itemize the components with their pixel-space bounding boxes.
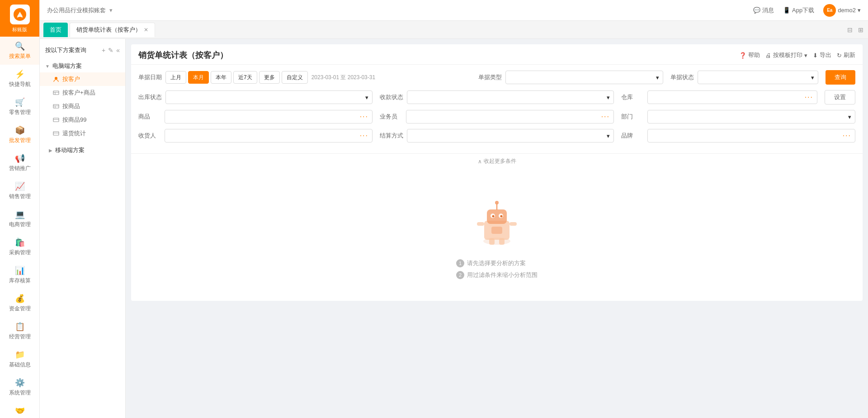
query-button[interactable]: 查询	[826, 70, 855, 85]
panel-collapse-icon[interactable]: «	[116, 47, 120, 54]
sidebar-item-ecommerce[interactable]: 💻 电商管理	[0, 205, 39, 233]
sidebar-item-purchase[interactable]: 🛍️ 采购管理	[0, 233, 39, 261]
warehouse-field: 仓库 ··· 设置	[621, 90, 855, 104]
collect-status-select[interactable]: ▾	[407, 90, 614, 104]
app-download-button[interactable]: 📱 App下载	[783, 6, 814, 14]
window-restore-button[interactable]: ⊟	[846, 26, 854, 33]
sidebar-item-basic[interactable]: 📁 基础信息	[0, 345, 39, 373]
order-type-field: 单据类型 ▾	[478, 71, 663, 84]
sidebar-item-sales[interactable]: 📈 销售管理	[0, 177, 39, 205]
help-button[interactable]: ❓ 帮助	[739, 51, 760, 59]
tab-home-label: 首页	[50, 26, 61, 34]
panel-item-by-customer[interactable]: 按客户	[40, 72, 125, 86]
basic-icon: 📁	[15, 350, 25, 360]
department-dropdown-icon: ▾	[848, 114, 851, 120]
panel-item-by-goods99[interactable]: 按商品99	[40, 113, 125, 127]
panel-item-return-stat[interactable]: 退货统计	[40, 127, 125, 140]
goods-dots[interactable]: ···	[360, 113, 368, 121]
message-button[interactable]: 💬 消息	[753, 6, 774, 14]
warehouse-dots[interactable]: ···	[805, 93, 813, 101]
sidebar-item-finance[interactable]: 💰 资金管理	[0, 289, 39, 317]
sales-icon: 📈	[15, 181, 25, 191]
collect-status-dropdown-icon: ▾	[607, 94, 610, 101]
collect-status-field: 收款状态 ▾	[380, 90, 614, 104]
date-btn-this-year[interactable]: 本年	[211, 71, 231, 84]
order-type-select[interactable]: ▾	[505, 71, 663, 84]
tab-home[interactable]: 首页	[43, 23, 68, 37]
sidebar-item-wholesale[interactable]: 📦 批发管理	[0, 121, 39, 149]
panel-section-pc-header[interactable]: ▼ 电脑端方案	[40, 60, 125, 72]
tip-num-2: 2	[456, 271, 464, 279]
brand-select[interactable]: ···	[647, 129, 855, 142]
receiver-dots[interactable]: ···	[360, 132, 368, 140]
date-btn-more[interactable]: 更多	[259, 71, 280, 84]
tab-close-icon[interactable]: ✕	[144, 27, 148, 33]
department-select[interactable]: ▾	[647, 110, 855, 124]
collapse-bar[interactable]: ∧ 收起更多条件	[131, 153, 863, 169]
template-print-button[interactable]: 🖨 按模板打印 ▾	[765, 51, 807, 59]
order-status-label: 单据状态	[670, 73, 694, 81]
goods-select[interactable]: ···	[165, 110, 373, 124]
salesman-field: 业务员 ···	[380, 110, 614, 124]
user-menu[interactable]: Ea demo2 ▾	[823, 4, 861, 17]
sidebar-item-ecommerce-label: 电商管理	[9, 221, 31, 228]
return-stat-label: 退货统计	[62, 129, 86, 138]
brand-dots[interactable]: ···	[843, 132, 851, 140]
salesman-select[interactable]: ···	[406, 110, 614, 124]
template-print-label: 按模板打印	[773, 51, 802, 59]
order-status-field: 单据状态 ▾ 查询	[670, 70, 855, 85]
sidebar-menu: 🔍 搜索菜单 ⚡ 快捷导航 🛒 零售管理 📦 批发管理 📢 营销推广 📈 销售管…	[0, 37, 39, 418]
warehouse-select[interactable]: ···	[647, 90, 817, 104]
industry-dropdown-icon[interactable]: ▾	[109, 7, 113, 14]
sidebar-item-search[interactable]: 🔍 搜索菜单	[0, 37, 39, 65]
system-icon: ⚙️	[15, 378, 25, 388]
panel-add-icon[interactable]: +	[102, 47, 105, 54]
date-range: 2023-03-01 至 2023-03-31	[311, 74, 375, 81]
sidebar-item-cooperation[interactable]: 🤝 企业协同	[0, 401, 39, 418]
top-header: 办公用品行业模拟账套 ▾ 💬 消息 📱 App下载 Ea demo2 ▾	[40, 0, 868, 21]
tab-sales-stat[interactable]: 销货单统计表（按客户） ✕	[70, 23, 155, 37]
settlement-field: 结算方式 ▾	[380, 129, 614, 142]
sidebar-item-basic-label: 基础信息	[9, 361, 31, 369]
window-maximize-button[interactable]: ⊞	[857, 26, 864, 33]
export-label: 导出	[820, 51, 831, 59]
left-panel: 按以下方案查询 + ✎ « ▼ 电脑端方案	[40, 39, 126, 418]
panel-item-by-goods[interactable]: 按商品	[40, 100, 125, 113]
export-button[interactable]: ⬇ 导出	[813, 51, 831, 59]
department-field: 部门 ▾	[621, 110, 855, 124]
sidebar-item-finance-label: 资金管理	[9, 305, 31, 313]
out-status-select[interactable]: ▾	[165, 90, 373, 104]
settlement-select[interactable]: ▾	[407, 129, 614, 142]
tab-bar: 首页 销货单统计表（按客户） ✕ ⊟ ⊞	[40, 21, 868, 39]
refresh-icon: ↻	[837, 52, 842, 59]
date-btn-last-month[interactable]: 上月	[165, 71, 186, 84]
svg-rect-25	[491, 227, 502, 234]
message-label: 消息	[762, 6, 774, 14]
sidebar-item-system[interactable]: ⚙️ 系统管理	[0, 373, 39, 401]
svg-point-18	[500, 215, 503, 218]
sidebar-item-marketing[interactable]: 📢 营销推广	[0, 149, 39, 177]
salesman-dots[interactable]: ···	[601, 113, 610, 121]
date-btn-this-month[interactable]: 本月	[188, 71, 209, 84]
query-row-3: 商品 ··· 业务员 ···	[138, 110, 855, 124]
sidebar-item-retail[interactable]: 🛒 零售管理	[0, 93, 39, 121]
receiver-select[interactable]: ···	[165, 129, 373, 142]
sidebar-item-operation[interactable]: 📋 经营管理	[0, 317, 39, 345]
sidebar-item-shortcut[interactable]: ⚡ 快捷导航	[0, 65, 39, 93]
sidebar-item-inventory[interactable]: 📊 库存核算	[0, 261, 39, 289]
user-dropdown-icon: ▾	[858, 7, 861, 14]
settings-button[interactable]: 设置	[825, 90, 855, 104]
date-btn-7days[interactable]: 近7天	[233, 71, 257, 84]
out-status-dropdown-icon: ▾	[365, 94, 368, 101]
panel-edit-icon[interactable]: ✎	[108, 47, 113, 54]
main-area: 办公用品行业模拟账套 ▾ 💬 消息 📱 App下载 Ea demo2 ▾ 首	[40, 0, 868, 418]
cooperation-icon: 🤝	[15, 406, 25, 416]
refresh-button[interactable]: ↻ 刷新	[837, 51, 855, 59]
order-status-select[interactable]: ▾	[698, 71, 818, 84]
collect-status-label: 收款状态	[380, 93, 403, 101]
app-download-icon: 📱	[783, 7, 790, 14]
panel-section-mobile-header[interactable]: ▶ 移动端方案	[40, 144, 125, 157]
tip-num-1: 1	[456, 259, 464, 267]
date-btn-custom[interactable]: 自定义	[282, 71, 308, 84]
panel-item-by-customer-goods[interactable]: 按客户+商品	[40, 86, 125, 100]
